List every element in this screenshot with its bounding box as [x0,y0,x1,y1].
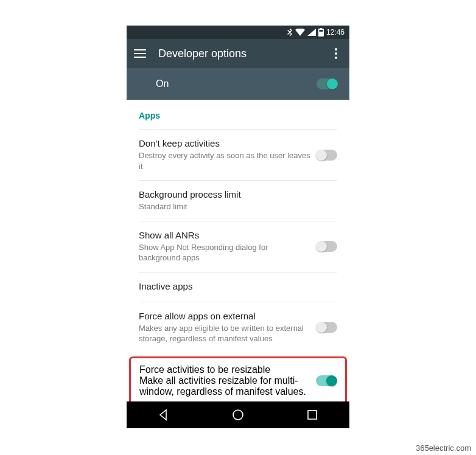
toggle-force-resizable[interactable] [316,375,337,386]
item-title: Don't keep activities [139,138,310,148]
item-dont-keep-activities[interactable]: Don't keep activities Destroy every acti… [139,129,337,180]
nav-recent-icon[interactable] [304,406,321,423]
item-title: Show all ANRs [139,230,310,240]
hamburger-menu-icon[interactable] [133,46,147,61]
item-force-resizable-highlighted[interactable]: Force activities to be resizable Make al… [129,356,347,401]
master-toggle-label: On [156,78,317,89]
item-title: Inactive apps [139,281,337,291]
item-subtitle: Makes any app eligible to be written to … [139,323,310,344]
item-title: Background process limit [139,189,337,200]
status-bar: 12:46 [127,26,349,39]
clock: 12:46 [326,28,345,36]
apps-section-header: Apps [139,100,337,129]
item-force-allow-external[interactable]: Force allow apps on external Makes any a… [139,302,337,353]
svg-rect-5 [308,411,317,419]
item-subtitle: Show App Not Responding dialog for backg… [139,242,310,263]
item-subtitle: Destroy every activity as soon as the us… [139,150,310,172]
page-title: Developer options [158,47,318,60]
master-toggle-row[interactable]: On [127,68,349,100]
svg-rect-0 [319,30,323,32]
cellular-icon [307,29,316,36]
overflow-menu-icon[interactable] [329,46,343,61]
wifi-icon [295,29,305,36]
svg-point-1 [335,48,337,50]
svg-point-3 [335,57,337,59]
phone-frame: 12:46 Developer options On Apps Don't ke… [127,26,349,428]
item-subtitle: Make all activities resizable for multi-… [139,375,310,397]
nav-home-icon[interactable] [229,406,247,423]
bluetooth-icon [287,28,293,36]
settings-content: Apps Don't keep activities Destroy every… [127,100,349,401]
svg-point-2 [335,52,337,55]
svg-point-4 [233,410,243,420]
toggle-dont-keep-activities[interactable] [317,150,337,161]
item-inactive-apps[interactable]: Inactive apps [139,272,337,302]
toggle-show-all-anrs[interactable] [317,241,337,252]
item-subtitle: Standard limit [139,201,337,212]
item-title: Force allow apps on external [139,311,310,321]
app-toolbar: Developer options [127,39,349,68]
nav-back-icon[interactable] [155,406,172,423]
watermark-text: 365electric.com [416,443,471,453]
item-title: Force activities to be resizable [139,364,310,375]
android-nav-bar [127,401,349,428]
master-toggle-switch[interactable] [317,78,337,89]
battery-icon [318,28,324,36]
toggle-force-allow-external[interactable] [317,322,337,333]
item-show-all-anrs[interactable]: Show all ANRs Show App Not Responding di… [139,221,337,272]
item-background-process-limit[interactable]: Background process limit Standard limit [139,180,337,221]
